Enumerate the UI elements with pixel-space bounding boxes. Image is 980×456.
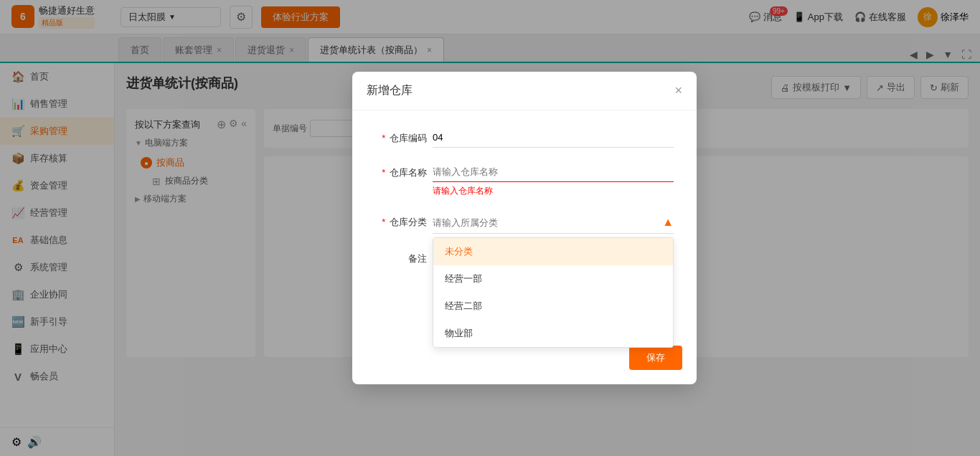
category-dropdown: 未分类 经营一部 经营二部 物业部 [433, 237, 674, 348]
category-select[interactable]: ▲ [433, 212, 674, 234]
dialog-header: 新增仓库 × [352, 72, 697, 110]
dialog-close-button[interactable]: × [674, 83, 682, 98]
field-warehouse-name: * 仓库名称 请输入仓库名称 [375, 162, 674, 197]
name-error-message: 请输入仓库名称 [433, 185, 674, 197]
field-warehouse-category: * 仓库分类 ▲ 未分类 经营一部 经营二部 物业部 [375, 212, 674, 234]
dropdown-item-none[interactable]: 未分类 [433, 238, 673, 265]
warehouse-name-input[interactable] [433, 162, 674, 182]
warehouse-code-input[interactable] [433, 128, 674, 148]
dropdown-item-dept2[interactable]: 经营二部 [433, 293, 673, 320]
dialog-title: 新增仓库 [367, 83, 413, 98]
dropdown-item-dept1[interactable]: 经营一部 [433, 265, 673, 293]
category-input[interactable] [433, 217, 662, 228]
save-button[interactable]: 保存 [629, 346, 682, 370]
dropdown-item-dept3[interactable]: 物业部 [433, 320, 673, 347]
select-arrow-icon[interactable]: ▲ [662, 216, 674, 229]
dialog-body: * 仓库编码 * 仓库名称 请输入仓库名称 * 仓库分类 [352, 110, 697, 280]
field-warehouse-code: * 仓库编码 [375, 128, 674, 148]
add-warehouse-dialog: 新增仓库 × * 仓库编码 * 仓库名称 请输入仓库名称 [352, 72, 697, 384]
